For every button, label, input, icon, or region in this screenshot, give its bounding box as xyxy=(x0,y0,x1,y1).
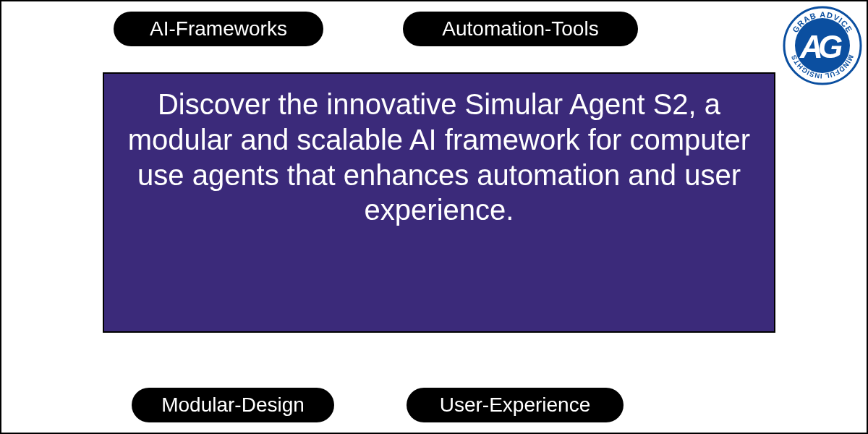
tag-label: User-Experience xyxy=(440,393,591,416)
tag-user-experience: User-Experience xyxy=(407,388,624,422)
tag-ai-frameworks: AI-Frameworks xyxy=(114,12,323,46)
star-left-icon: ★ xyxy=(800,41,807,49)
hero-description: Discover the innovative Simular Agent S2… xyxy=(122,87,757,228)
logo-letter-g: G xyxy=(818,29,843,64)
tag-automation-tools: Automation-Tools xyxy=(403,12,638,46)
tag-label: Automation-Tools xyxy=(442,17,598,40)
star-right-icon: ★ xyxy=(840,41,847,49)
card-frame: AI-Frameworks Automation-Tools Discover … xyxy=(0,0,868,434)
hero-panel: Discover the innovative Simular Agent S2… xyxy=(103,72,775,333)
brand-logo-icon: GRAB ADVICE MINDFUL INSIGHTS A G ★ ★ xyxy=(783,6,862,85)
tag-modular-design: Modular-Design xyxy=(132,388,334,422)
tag-label: Modular-Design xyxy=(161,393,305,416)
tag-label: AI-Frameworks xyxy=(150,17,287,40)
brand-logo: GRAB ADVICE MINDFUL INSIGHTS A G ★ ★ xyxy=(783,6,862,85)
